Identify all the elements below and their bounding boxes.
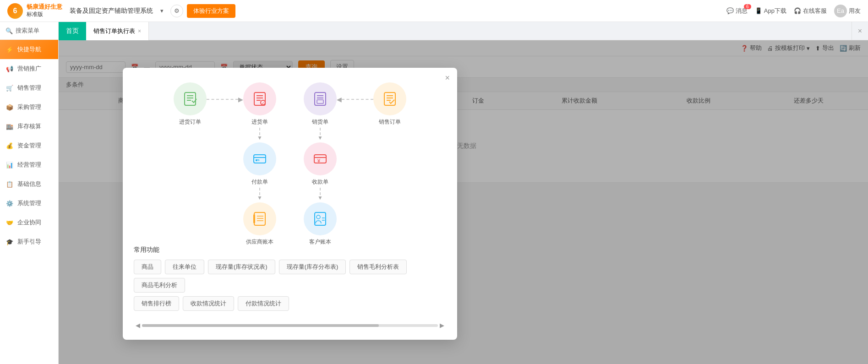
common-btn-sales-margin[interactable]: 销售毛利分析表 xyxy=(349,260,407,274)
svg-text:✓: ✓ xyxy=(262,101,265,105)
sales-order-circle xyxy=(304,82,337,115)
logo-subtitle: 标准版 xyxy=(27,11,62,18)
scroll-right-button[interactable]: ▶ xyxy=(438,322,446,329)
flow-label-customer-ledger: 客户账本 xyxy=(309,238,331,246)
sidebar-item-label: 系统管理 xyxy=(17,199,41,207)
receipt-icon: ¥ xyxy=(312,151,328,167)
gear-icon[interactable]: ⚙ xyxy=(170,5,183,17)
sidebar-item-system[interactable]: ⚙️ 系统管理 xyxy=(0,194,58,213)
arrow-down-payment: ▼ xyxy=(243,188,276,201)
sales-icon: 🛒 xyxy=(5,84,14,92)
app-download-label: App下载 xyxy=(764,7,786,15)
finance-icon: 💰 xyxy=(5,141,14,150)
customer-ledger-icon xyxy=(312,211,328,227)
sp4 xyxy=(337,128,373,141)
sidebar-item-collab[interactable]: 🤝 企业协同 xyxy=(0,213,58,232)
online-service-button[interactable]: 🎧 在线客服 xyxy=(794,7,827,15)
flow-label-supplier-ledger: 供应商账本 xyxy=(246,238,273,246)
tabs-bar: 首页 销售订单执行表 × × xyxy=(59,22,868,40)
experience-button[interactable]: 体验行业方案 xyxy=(187,4,235,18)
sidebar-item-label: 库存核算 xyxy=(17,122,41,130)
common-btn-payment-stats[interactable]: 付款情况统计 xyxy=(238,296,289,311)
logo-title: 畅康通好生意 xyxy=(27,3,62,11)
top-bar-center: 装备及固定资产辅助管理系统 ▾ ⚙ 体验行业方案 xyxy=(62,4,726,18)
user-label: 用友 xyxy=(849,7,861,15)
sidebar-item-operation[interactable]: 📊 经营管理 xyxy=(0,155,58,174)
sales-bill-icon xyxy=(382,91,398,107)
search-menu[interactable]: 🔍 搜索菜单 xyxy=(0,22,58,40)
tab-home[interactable]: 首页 xyxy=(59,22,86,40)
modal-close-button[interactable]: × xyxy=(445,73,450,83)
sidebar-item-label: 营销推广 xyxy=(17,65,41,73)
flow-node-payment: ¥ 付款单 xyxy=(243,142,276,186)
flow-node-customer-ledger: 客户账本 xyxy=(304,202,337,246)
purchase-receipt-icon: ✓ xyxy=(251,91,268,107)
common-buttons-row-1: 商品 往来单位 现存量(库存状况表) 现存量(库存分布表) 销售毛利分析表 商品… xyxy=(134,260,446,293)
sp11 xyxy=(174,188,207,201)
common-btn-stock-dist[interactable]: 现存量(库存分布表) xyxy=(279,260,346,274)
avatar: Ea xyxy=(834,5,847,17)
flow-label-purchase-order: 进货订单 xyxy=(179,118,201,126)
tab-close-icon[interactable]: × xyxy=(138,28,141,34)
flow-arrows-down-row2: ▼ ▼ xyxy=(134,186,446,202)
sp1 xyxy=(174,128,207,141)
flow-label-purchase-receipt: 进货单 xyxy=(251,118,268,126)
common-btn-product[interactable]: 商品 xyxy=(134,260,161,274)
flow-node-supplier-ledger: 供应商账本 xyxy=(243,202,276,246)
app-download-button[interactable]: 📱 App下载 xyxy=(755,7,786,15)
user-area[interactable]: Ea 用友 xyxy=(834,5,861,17)
online-service-label: 在线客服 xyxy=(803,7,827,15)
sp14 xyxy=(337,188,373,201)
message-badge: 6 xyxy=(744,4,751,9)
sidebar-item-inventory[interactable]: 🏬 库存核算 xyxy=(0,117,58,136)
common-btn-stock-status[interactable]: 现存量(库存状况表) xyxy=(208,260,275,274)
sidebar-item-label: 基础信息 xyxy=(17,180,41,188)
flow-diagram: 进货订单 ▶ xyxy=(134,79,446,246)
common-functions-section: 常用功能 商品 往来单位 现存量(库存状况表) 现存量(库存分布表) 销售毛利分… xyxy=(134,246,446,318)
sidebar-item-sales[interactable]: 🛒 销售管理 xyxy=(0,78,58,98)
svg-rect-14 xyxy=(384,92,395,105)
common-btn-receipt-stats[interactable]: 收款情况统计 xyxy=(183,296,234,311)
sidebar-item-label: 新手引导 xyxy=(17,238,41,246)
tab-sales-order[interactable]: 销售订单执行表 × xyxy=(86,22,149,40)
flow-row-1: 进货订单 ▶ xyxy=(134,82,446,126)
purchase-icon: 📦 xyxy=(5,103,14,111)
svg-rect-0 xyxy=(185,92,196,105)
modal-box: × xyxy=(123,68,457,340)
payment-icon: ¥ xyxy=(251,151,268,167)
sidebar-item-marketing[interactable]: 📢 营销推广 xyxy=(0,59,58,78)
message-button[interactable]: 💬 消息 6 xyxy=(726,7,748,15)
newbie-icon: 🎓 xyxy=(5,238,14,246)
close-all-tabs-button[interactable]: × xyxy=(852,22,868,40)
sp5 xyxy=(373,128,406,141)
marketing-icon: 📢 xyxy=(5,65,14,73)
svg-point-31 xyxy=(317,215,320,219)
scrollbar-thumb xyxy=(142,324,379,327)
content-area: 首页 销售订单执行表 × × ❓ 帮助 xyxy=(59,22,868,364)
sidebar-item-basic[interactable]: 📋 基础信息 xyxy=(0,174,58,194)
sidebar-item-label: 经营管理 xyxy=(17,161,41,169)
service-icon: 🎧 xyxy=(794,7,801,14)
flow-node-sales-bill: 销售订单 xyxy=(373,82,406,126)
sidebar-item-finance[interactable]: 💰 资金管理 xyxy=(0,136,58,155)
sidebar-item-purchase[interactable]: 📦 采购管理 xyxy=(0,98,58,117)
sidebar-item-quick[interactable]: ⚡ 快捷导航 xyxy=(0,40,58,59)
sales-bill-circle xyxy=(373,82,406,115)
quick-icon: ⚡ xyxy=(5,45,14,54)
sidebar: 🔍 搜索菜单 ⚡ 快捷导航 📢 营销推广 🛒 销售管理 📦 采购管理 🏬 xyxy=(0,22,59,364)
svg-rect-25 xyxy=(254,212,265,225)
common-functions-title: 常用功能 xyxy=(134,246,446,254)
dropdown-icon[interactable]: ▾ xyxy=(157,6,167,16)
common-btn-product-margin[interactable]: 商品毛利分析 xyxy=(134,278,185,293)
purchase-order-icon xyxy=(182,91,198,107)
sidebar-item-newbie[interactable]: 🎓 新手引导 xyxy=(0,232,58,251)
logo-icon: 6 xyxy=(7,3,23,19)
common-btn-partner[interactable]: 往来单位 xyxy=(165,260,204,274)
sidebar-item-label: 采购管理 xyxy=(17,103,41,111)
flow-arrow-bill-to-sales: ◀ xyxy=(337,96,373,113)
flow-row-3: 供应商账本 xyxy=(134,202,446,246)
basic-icon: 📋 xyxy=(5,180,14,188)
scrollbar-track[interactable] xyxy=(142,324,438,327)
scroll-left-button[interactable]: ◀ xyxy=(134,322,142,329)
common-btn-sales-rank[interactable]: 销售排行榜 xyxy=(134,296,179,311)
